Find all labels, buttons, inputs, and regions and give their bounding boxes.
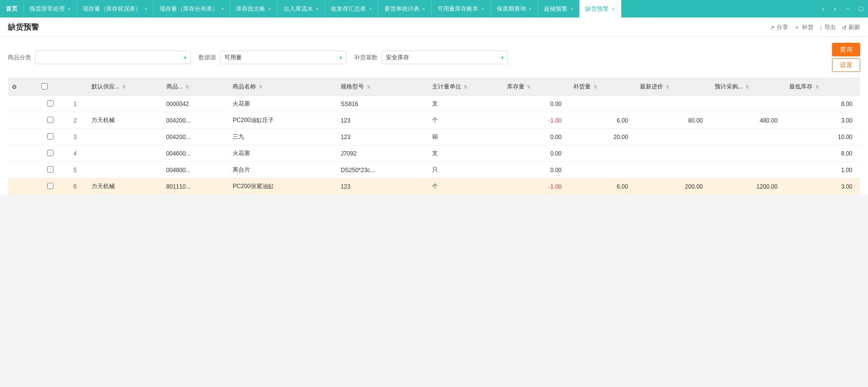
- tab-label-abnormal: 拣货异常处理: [30, 5, 65, 13]
- tab-inout[interactable]: 出入库流水×: [278, 0, 325, 18]
- row-checkbox-5[interactable]: [47, 183, 54, 189]
- datasource-arrow-icon: ▾: [340, 55, 342, 60]
- tab-close-expiry[interactable]: ×: [529, 6, 532, 12]
- tab-minimize-btn[interactable]: −: [841, 0, 854, 18]
- row-gear-3: [8, 145, 37, 162]
- col-restock-qty[interactable]: 补货量 ⇅: [569, 78, 636, 96]
- row-checkbox-cell-0[interactable]: [37, 96, 62, 112]
- tab-collect[interactable]: 收发存汇总表×: [325, 0, 378, 18]
- tab-overstock[interactable]: 超储预警×: [538, 0, 579, 18]
- export-action[interactable]: ↓ 导出: [819, 23, 836, 32]
- row-checkbox-2[interactable]: [47, 133, 54, 140]
- col-goods-code-label: 商品...: [166, 83, 183, 90]
- tab-stock-dist[interactable]: 现存量（库存分布表）×: [154, 0, 230, 18]
- category-select[interactable]: ▾: [35, 51, 191, 64]
- col-unit[interactable]: 主计量单位 ⇅: [428, 78, 503, 96]
- row-supplier-5: 力天机械: [88, 178, 163, 195]
- tab-label-inout: 出入库流水: [284, 5, 313, 13]
- col-latest-price[interactable]: 最新进价 ⇅: [636, 78, 711, 96]
- row-stock-qty-3: 0.00: [503, 145, 570, 162]
- tab-close-inout[interactable]: ×: [316, 6, 319, 12]
- header-actions: ↗ 分享 ＋ 补货 ↓ 导出 ↺ 刷新: [770, 23, 860, 32]
- tab-stock-status[interactable]: 现存量（库存状况表）×: [77, 0, 153, 18]
- tab-close-stock-dist[interactable]: ×: [221, 6, 224, 12]
- data-table: ⚙ 默认供应... ⇅ 商品... ⇅ 商品名称: [8, 78, 860, 195]
- row-goods-name-0: 火花塞: [229, 96, 337, 112]
- tab-close-available[interactable]: ×: [481, 6, 484, 12]
- datasource-filter-group: 数据源 可用量 ▾: [199, 51, 346, 64]
- tab-expiry[interactable]: 保质期查询×: [491, 0, 538, 18]
- restock-base-label: 补货基数: [354, 53, 378, 62]
- tab-bar: 首页拣货异常处理×现存量（库存状况表）×现存量（库存分布表）×库存批次账×出入库…: [0, 0, 868, 18]
- col-stock-qty[interactable]: 库存量 ⇅: [503, 78, 570, 96]
- row-restock-qty-2: 20.00: [569, 129, 636, 145]
- tab-next-btn[interactable]: ›: [829, 0, 841, 18]
- row-checkbox-3[interactable]: [47, 150, 54, 156]
- tab-close-shortage[interactable]: ×: [612, 6, 615, 12]
- row-checkbox-1[interactable]: [47, 117, 54, 123]
- row-checkbox-cell-5[interactable]: [37, 178, 62, 195]
- row-spec-0: SS816: [337, 96, 428, 112]
- col-goods-name[interactable]: 商品名称 ⇅: [229, 78, 337, 96]
- tab-demand[interactable]: 要货单统计表×: [379, 0, 432, 18]
- share-action[interactable]: ↗ 分享: [770, 23, 788, 32]
- col-goods-code[interactable]: 商品... ⇅: [163, 78, 229, 96]
- query-button[interactable]: 查询: [832, 43, 860, 56]
- tab-close-demand[interactable]: ×: [422, 6, 425, 12]
- row-spec-3: J7092: [337, 145, 428, 162]
- refresh-label: 刷新: [849, 23, 860, 32]
- col-supplier-label: 默认供应...: [91, 83, 120, 90]
- tab-close-abnormal[interactable]: ×: [68, 6, 71, 12]
- tab-close-overstock[interactable]: ×: [570, 6, 573, 12]
- row-num-2: 3: [63, 129, 88, 145]
- col-est-purchase[interactable]: 预计采购... ⇅: [711, 78, 786, 96]
- tab-prev-btn[interactable]: ‹: [817, 0, 829, 18]
- tab-close-collect[interactable]: ×: [369, 6, 372, 12]
- table-row: 4 004600... 火花塞 J7092 支 0.00 8.00: [8, 145, 860, 162]
- row-unit-1: 个: [428, 112, 503, 129]
- restock-base-select[interactable]: 安全库存 ▾: [381, 51, 508, 64]
- col-spec[interactable]: 规格型号 ⇅: [337, 78, 428, 96]
- row-min-stock-3: 8.00: [785, 145, 860, 162]
- settings-button[interactable]: 设置: [832, 58, 860, 72]
- col-stock-qty-label: 库存量: [507, 83, 524, 90]
- row-checkbox-cell-1[interactable]: [37, 112, 62, 129]
- gear-icon: ⚙: [12, 84, 17, 90]
- row-checkbox-0[interactable]: [47, 100, 54, 106]
- col-settings[interactable]: ⚙: [8, 78, 37, 96]
- tab-maximize-btn[interactable]: □: [854, 0, 868, 18]
- tab-shortage[interactable]: 缺货预警×: [579, 0, 621, 18]
- tab-label-shortage: 缺货预警: [585, 5, 609, 13]
- tab-label-collect: 收发存汇总表: [331, 5, 366, 13]
- est-purchase-sort-icon: ⇅: [745, 85, 749, 89]
- tab-available[interactable]: 可用量库存账本×: [432, 0, 490, 18]
- col-min-stock-label: 最低库存: [789, 83, 813, 90]
- row-restock-qty-5: 6.00: [569, 178, 636, 195]
- refresh-action[interactable]: ↺ 刷新: [842, 23, 860, 32]
- select-all-checkbox[interactable]: [41, 83, 48, 89]
- tab-close-batch[interactable]: ×: [268, 6, 271, 12]
- restock-action[interactable]: ＋ 补货: [794, 23, 814, 32]
- row-checkbox-cell-4[interactable]: [37, 162, 62, 178]
- tab-home[interactable]: 首页: [0, 0, 24, 18]
- row-unit-5: 个: [428, 178, 503, 195]
- tab-batch[interactable]: 库存批次账×: [230, 0, 277, 18]
- row-est-purchase-3: [711, 145, 786, 162]
- datasource-select[interactable]: 可用量 ▾: [220, 51, 346, 64]
- row-checkbox-cell-3[interactable]: [37, 145, 62, 162]
- row-checkbox-cell-2[interactable]: [37, 129, 62, 145]
- tab-label-batch: 库存批次账: [236, 5, 265, 13]
- stock-qty-sort-icon: ⇅: [527, 85, 531, 89]
- row-checkbox-4[interactable]: [47, 166, 54, 173]
- row-gear-5: [8, 178, 37, 195]
- tab-close-stock-status[interactable]: ×: [144, 6, 147, 12]
- row-unit-0: 支: [428, 96, 503, 112]
- export-icon: ↓: [819, 24, 822, 31]
- row-num-0: 1: [63, 96, 88, 112]
- col-min-stock[interactable]: 最低库存 ⇅: [785, 78, 860, 96]
- col-supplier[interactable]: 默认供应... ⇅: [88, 78, 163, 96]
- row-num-3: 4: [63, 145, 88, 162]
- tab-abnormal[interactable]: 拣货异常处理×: [24, 0, 77, 18]
- category-arrow-icon: ▾: [184, 55, 186, 60]
- tab-label-stock-status: 现存量（库存状况表）: [83, 5, 141, 13]
